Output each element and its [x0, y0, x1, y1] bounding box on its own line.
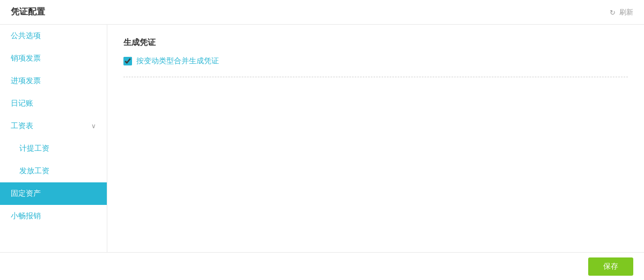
sidebar-item-label: 发放工资: [19, 166, 49, 176]
sidebar-item-purchase-invoice[interactable]: 进项发票: [0, 70, 107, 92]
merge-checkbox[interactable]: [123, 57, 132, 65]
sidebar-item-label: 计提工资: [19, 144, 49, 153]
sidebar-item-fixed-assets[interactable]: 固定资产: [0, 182, 107, 205]
sidebar-item-sales-invoice[interactable]: 销项发票: [0, 47, 107, 70]
page-title: 凭证配置: [11, 6, 45, 18]
refresh-label: 刷新: [619, 8, 633, 17]
chevron-down-icon: ∨: [91, 122, 96, 130]
refresh-button[interactable]: ↻ 刷新: [610, 8, 633, 17]
sidebar-item-label: 工资表: [11, 121, 33, 131]
page-wrapper: 凭证配置 ↻ 刷新 公共选项销项发票进项发票日记账工资表∨计提工资发放工资固定资…: [0, 0, 644, 280]
section-title: 生成凭证: [123, 38, 628, 48]
sidebar-item-pay-salary[interactable]: 发放工资: [0, 160, 107, 182]
sidebar-item-label: 日记账: [11, 99, 33, 108]
sidebar-item-payroll-table[interactable]: 工资表∨: [0, 115, 107, 137]
main-layout: 公共选项销项发票进项发票日记账工资表∨计提工资发放工资固定资产小畅报销 生成凭证…: [0, 25, 644, 252]
sidebar-item-expense-report[interactable]: 小畅报销: [0, 205, 107, 227]
refresh-icon: ↻: [610, 9, 617, 16]
section-divider: [123, 77, 628, 77]
page-header: 凭证配置 ↻ 刷新: [0, 0, 644, 25]
checkbox-row: 按变动类型合并生成凭证: [123, 56, 628, 66]
sidebar-item-label: 销项发票: [11, 54, 41, 63]
sidebar-item-public-options[interactable]: 公共选项: [0, 25, 107, 47]
sidebar-item-label: 小畅报销: [11, 211, 41, 221]
sidebar-item-label: 进项发票: [11, 76, 41, 86]
sidebar: 公共选项销项发票进项发票日记账工资表∨计提工资发放工资固定资产小畅报销: [0, 25, 107, 252]
merge-checkbox-label[interactable]: 按变动类型合并生成凭证: [136, 56, 219, 66]
save-button[interactable]: 保存: [588, 257, 633, 276]
page-footer: 保存: [0, 252, 644, 280]
sidebar-item-label: 公共选项: [11, 31, 41, 41]
sidebar-item-label: 固定资产: [11, 189, 41, 198]
sidebar-item-calc-salary[interactable]: 计提工资: [0, 137, 107, 160]
content-area: 生成凭证 按变动类型合并生成凭证: [107, 25, 644, 252]
sidebar-item-journal[interactable]: 日记账: [0, 92, 107, 115]
